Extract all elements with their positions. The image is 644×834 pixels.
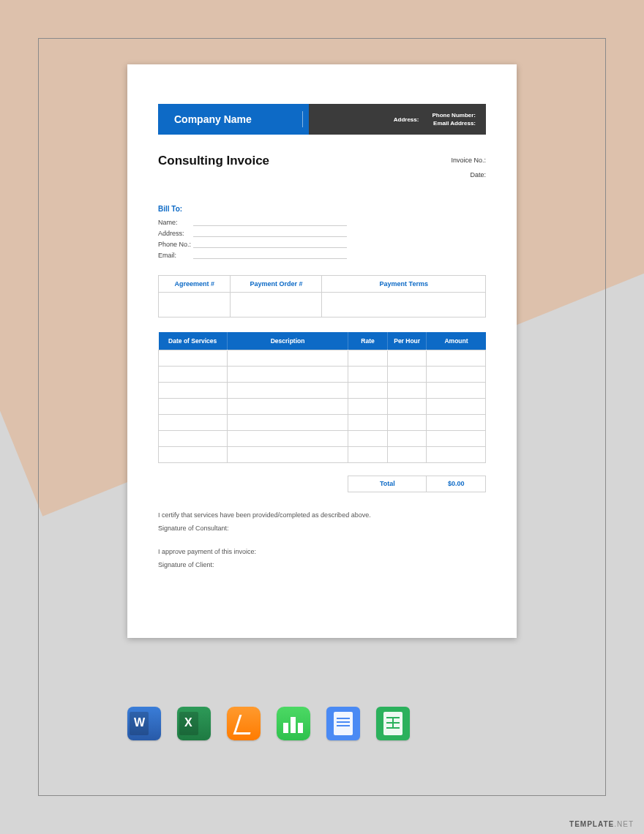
svc-row	[159, 446, 486, 462]
signature-consultant-label: Signature of Consultant:	[158, 522, 486, 535]
total-value: $0.00	[427, 476, 486, 492]
bill-to-address-label: Address:	[158, 230, 193, 237]
bill-to-email-field	[193, 250, 347, 259]
bill-to-section: Bill To: Name: Address: Phone No.: Email…	[158, 205, 486, 259]
approval-statement: I approve payment of this invoice:	[158, 545, 486, 558]
svc-row	[159, 398, 486, 414]
invoice-document: Company Name Address: Phone Number: Emai…	[127, 64, 517, 638]
svc-row	[159, 366, 486, 382]
certification-section: I certify that services have been provid…	[158, 508, 486, 571]
svc-row	[159, 350, 486, 366]
excel-icon[interactable]	[177, 707, 211, 740]
header-address-label: Address:	[394, 116, 419, 123]
google-docs-icon[interactable]	[326, 707, 360, 740]
total-label: Total	[348, 476, 427, 492]
svc-row	[159, 382, 486, 398]
payment-order-col-header: Payment Order #	[231, 275, 322, 292]
svc-col-date: Date of Services	[159, 332, 228, 350]
bill-to-name-field	[193, 217, 347, 226]
svc-col-amount: Amount	[427, 332, 486, 350]
cert-statement: I certify that services have been provid…	[158, 508, 486, 522]
header-email-label: Email Address:	[432, 119, 476, 127]
bill-to-name-label: Name:	[158, 219, 193, 226]
numbers-icon[interactable]	[277, 707, 310, 740]
header-phone-label: Phone Number:	[432, 111, 476, 119]
bill-to-email-label: Email:	[158, 252, 193, 259]
watermark: TEMPLATE.NET	[569, 820, 634, 828]
agreement-col-header: Agreement #	[159, 275, 231, 292]
bill-to-heading: Bill To:	[158, 205, 486, 213]
bill-to-address-field	[193, 228, 347, 237]
company-name: Company Name	[158, 104, 309, 135]
svc-col-perhour: Per Hour	[387, 332, 427, 350]
agreement-table: Agreement # Payment Order # Payment Term…	[158, 275, 486, 318]
signature-client-label: Signature of Client:	[158, 558, 486, 571]
svc-row	[159, 430, 486, 446]
svc-row	[159, 414, 486, 430]
services-table: Date of Services Description Rate Per Ho…	[158, 332, 486, 492]
document-title: Consulting Invoice	[158, 154, 269, 183]
invoice-number-label: Invoice No.:	[451, 154, 486, 168]
agreement-row	[159, 292, 486, 317]
payment-terms-col-header: Payment Terms	[322, 275, 486, 292]
pages-icon[interactable]	[227, 707, 261, 740]
google-sheets-icon[interactable]	[376, 707, 410, 740]
svc-col-rate: Rate	[348, 332, 388, 350]
invoice-date-label: Date:	[451, 168, 486, 183]
svc-col-description: Description	[227, 332, 348, 350]
bill-to-phone-field	[193, 239, 347, 248]
bill-to-phone-label: Phone No.:	[158, 241, 193, 248]
total-row: Total $0.00	[159, 476, 486, 492]
word-icon[interactable]	[127, 707, 161, 740]
document-header: Company Name Address: Phone Number: Emai…	[158, 104, 486, 135]
format-icons-row	[127, 707, 410, 740]
